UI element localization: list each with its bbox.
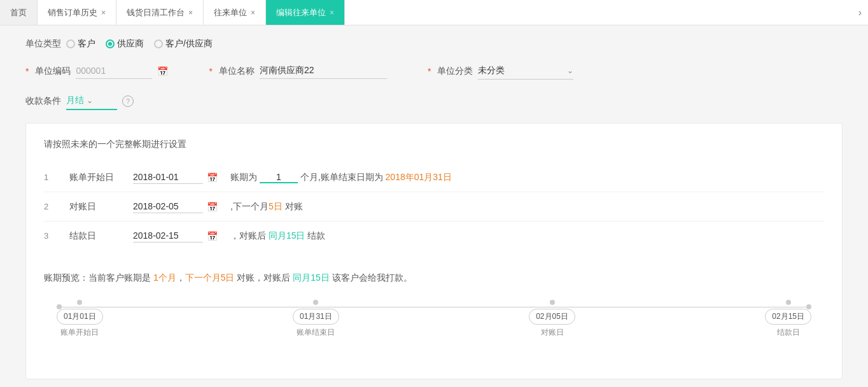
row-desc-3: ，对账后 同月15日 结款	[230, 230, 325, 242]
unit-type-label: 单位类型	[25, 38, 61, 50]
preview-section: 账期预览：当前客户账期是 1个月，下一个月5日 对账，对账后 同月15日 该客户…	[44, 260, 824, 363]
tab-partner-label: 往来单位	[214, 7, 247, 18]
category-required: *	[428, 66, 431, 76]
page-content: 单位类型 客户 供应商 客户/供应商 * 单位编码	[0, 25, 868, 387]
tab-cash-work-label: 钱货日清工作台	[127, 7, 185, 18]
tab-bar: 首页 销售订单历史 × 钱货日清工作台 × 往来单位 × 编辑往来单位 × ›	[0, 0, 868, 25]
timeline-point-3: 02月05日 对账日	[529, 300, 575, 338]
tab-more-arrow[interactable]: ›	[852, 0, 868, 25]
date-cal-icon-3[interactable]: 📅	[207, 231, 218, 241]
point-label-4: 02月15日	[765, 309, 811, 325]
date-input-2[interactable]	[133, 200, 203, 213]
radio-customer-circle	[66, 39, 75, 48]
point-dot-4	[786, 300, 791, 305]
setting-row-2: 2 对账日 📅 ,下一个月5日 对账	[44, 192, 824, 222]
card-title: 请按照未来的一个完整帐期进行设置	[44, 139, 824, 150]
category-field: * 单位分类 未分类 ⌄	[428, 62, 573, 80]
radio-customer[interactable]: 客户	[66, 38, 95, 50]
tab-sales-history-label: 销售订单历史	[48, 7, 97, 18]
row-date-1: 📅	[133, 171, 218, 184]
category-label: 单位分类	[437, 66, 473, 77]
point-dot-1	[77, 300, 82, 305]
name-field: * 单位名称	[209, 63, 386, 79]
tab-home[interactable]: 首页	[0, 0, 38, 25]
radio-both-label: 客户/供应商	[165, 38, 213, 50]
point-label-3: 02月05日	[529, 309, 575, 325]
unit-type-row: 单位类型 客户 供应商 客户/供应商	[25, 38, 843, 50]
row-name-2: 对账日	[69, 201, 120, 213]
condition-arrow-icon: ⌄	[87, 96, 93, 105]
name-input[interactable]	[260, 63, 387, 79]
date-input-1[interactable]	[133, 171, 203, 184]
row-date-3: 📅	[133, 229, 218, 243]
point-label-1: 01月01日	[57, 309, 103, 325]
tab-sales-history[interactable]: 销售订单历史 ×	[38, 0, 116, 25]
point-name-4: 结款日	[777, 327, 800, 338]
end-date-highlight: 2018年01月31日	[386, 172, 452, 182]
timeline-wrapper: 01月01日 账单开始日 01月31日 账单结束日 02月05日 对账日	[44, 300, 824, 363]
row-num-1: 1	[44, 172, 57, 182]
name-label: 单位名称	[219, 66, 255, 77]
code-required: *	[25, 66, 29, 76]
row-name-1: 账单开始日	[69, 172, 120, 183]
point-name-1: 账单开始日	[60, 327, 99, 338]
preview-pay: 同月15日	[293, 272, 330, 283]
row-num-3: 3	[44, 231, 57, 241]
date-cal-icon-1[interactable]: 📅	[207, 172, 218, 183]
preview-day: 下一个月5日	[185, 272, 235, 283]
radio-supplier[interactable]: 供应商	[106, 38, 144, 50]
tab-partner-close[interactable]: ×	[251, 8, 255, 17]
setting-rows: 1 账单开始日 📅 账期为 个月,账单结束日期为 2018年01月31日 2 对…	[44, 163, 824, 250]
preview-text: 账期预览：当前客户账期是 1个月，下一个月5日 对账，对账后 同月15日 该客户…	[44, 271, 824, 285]
row-desc-1: 账期为 个月,账单结束日期为 2018年01月31日	[230, 172, 452, 183]
radio-both-circle	[154, 39, 163, 48]
tab-cash-work[interactable]: 钱货日清工作台 ×	[116, 0, 204, 25]
code-label: 单位编码	[35, 66, 71, 77]
code-field: * 单位编码 📅	[25, 63, 168, 79]
info-row: * 单位编码 📅 * 单位名称 * 单位分类 未分类 ⌄	[25, 62, 843, 80]
condition-select[interactable]: 月结 ⌄	[66, 92, 117, 110]
category-select[interactable]: 未分类 ⌄	[478, 62, 573, 80]
point-dot-2	[313, 300, 318, 305]
category-value: 未分类	[478, 65, 564, 76]
tab-edit-partner-label: 编辑往来单位	[276, 7, 326, 18]
unit-type-radio-group: 客户 供应商 客户/供应商	[66, 38, 213, 50]
timeline-points: 01月01日 账单开始日 01月31日 账单结束日 02月05日 对账日	[57, 300, 811, 338]
point-dot-3	[550, 300, 555, 305]
setting-row-1: 1 账单开始日 📅 账期为 个月,账单结束日期为 2018年01月31日	[44, 163, 824, 192]
category-arrow-icon: ⌄	[567, 66, 573, 75]
point-name-2: 账单结束日	[297, 327, 335, 338]
condition-label: 收款条件	[25, 95, 61, 107]
radio-supplier-circle	[106, 39, 115, 48]
timeline-point-4: 02月15日 结款日	[765, 300, 811, 338]
day-highlight-2: 5日	[269, 201, 283, 211]
condition-value: 月结	[66, 95, 84, 106]
tab-cash-work-close[interactable]: ×	[188, 8, 193, 17]
code-calendar-icon[interactable]: 📅	[157, 66, 168, 76]
help-icon[interactable]: ?	[122, 95, 134, 107]
day-highlight-3: 同月15日	[269, 230, 305, 241]
tab-partner[interactable]: 往来单位 ×	[204, 0, 266, 25]
settings-card: 请按照未来的一个完整帐期进行设置 1 账单开始日 📅 账期为 个月,账单结束日期…	[25, 123, 843, 379]
setting-row-3: 3 结款日 📅 ，对账后 同月15日 结款	[44, 222, 824, 250]
condition-row: 收款条件 月结 ⌄ ?	[25, 92, 843, 110]
radio-customer-label: 客户	[78, 38, 95, 50]
period-input[interactable]	[260, 172, 298, 183]
date-cal-icon-2[interactable]: 📅	[207, 202, 218, 212]
tab-edit-partner[interactable]: 编辑往来单位 ×	[266, 0, 345, 25]
date-input-3[interactable]	[133, 229, 203, 243]
row-num-2: 2	[44, 202, 57, 211]
code-input[interactable]	[76, 63, 152, 79]
row-desc-2: ,下一个月5日 对账	[230, 201, 303, 213]
point-name-3: 对账日	[541, 327, 564, 338]
radio-supplier-label: 供应商	[117, 38, 144, 50]
tab-sales-history-close[interactable]: ×	[101, 8, 106, 17]
point-label-2: 01月31日	[293, 309, 339, 325]
timeline-point-1: 01月01日 账单开始日	[57, 300, 103, 338]
preview-months: 1个月	[153, 272, 176, 283]
row-date-2: 📅	[133, 200, 218, 213]
unit-type-field: 单位类型 客户 供应商 客户/供应商	[25, 38, 213, 50]
tab-edit-partner-close[interactable]: ×	[330, 8, 334, 17]
radio-both[interactable]: 客户/供应商	[154, 38, 213, 50]
tab-home-label: 首页	[10, 7, 27, 18]
